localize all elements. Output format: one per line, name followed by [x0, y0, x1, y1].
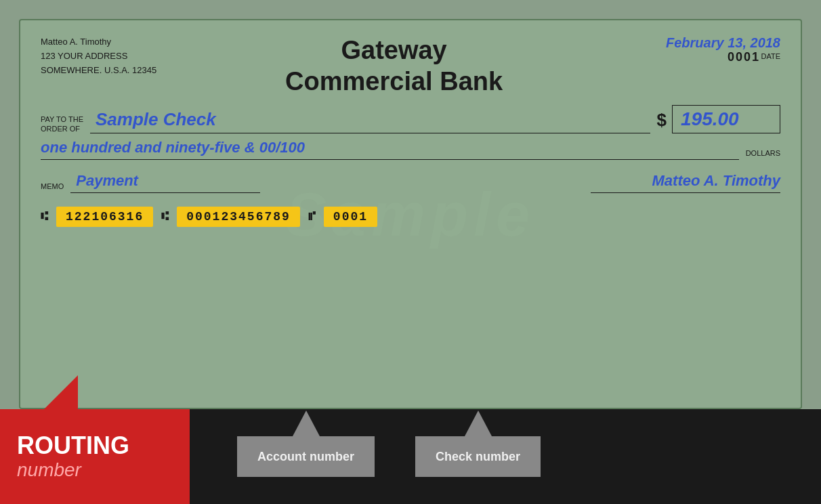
micr-open-transit: ⑆ — [41, 210, 48, 224]
dollars-label: DOLLARS — [739, 149, 780, 160]
payer-address2: SOMEWHERE. U.S.A. 12345 — [41, 64, 156, 78]
payer-info: Matteo A. Timothy 123 YOUR ADDRESS SOMEW… — [41, 35, 156, 77]
memo-section: MEMO Payment — [41, 172, 591, 193]
account-number-label-text: Account number — [257, 450, 354, 464]
pay-to-name: Sample Check — [96, 109, 216, 129]
written-amount-text: one hundred and ninety-five & 00/100 — [41, 139, 305, 156]
memo-label: MEMO — [41, 182, 64, 193]
memo-line: Payment — [70, 172, 260, 193]
pay-to-line: Sample Check — [90, 109, 650, 133]
check-number-top: 0001 — [728, 50, 760, 64]
amount-box-section: $ 195.00 — [657, 105, 780, 133]
micr-line: ⑆ 122106316 ⑆ 000123456789 ⑈ 0001 — [41, 207, 780, 227]
dollar-sign: $ — [657, 110, 667, 133]
check: 0001 Matteo A. Timothy 123 YOUR ADDRESS … — [19, 19, 802, 409]
amount-box: 195.00 — [672, 105, 780, 133]
written-amount-section: one hundred and ninety-five & 00/100 DOL… — [41, 139, 780, 160]
signature-value: Matteo A. Timothy — [652, 172, 780, 189]
signature-section: Matteo A. Timothy — [591, 172, 780, 193]
amount-value: 195.00 — [681, 108, 739, 129]
memo-value: Payment — [76, 172, 138, 189]
micr-routing: 122106316 — [56, 207, 153, 227]
account-number-label: Account number — [237, 436, 375, 477]
bank-name: Gateway Commercial Bank — [170, 35, 618, 97]
routing-label: ROUTING number — [0, 409, 190, 504]
check-number-label-text: Check number — [436, 450, 520, 464]
memo-signature-section: MEMO Payment Matteo A. Timothy — [41, 172, 780, 193]
pay-to-section: PAY TO THE ORDER OF Sample Check $ 195.0… — [41, 105, 780, 133]
payer-address1: 123 YOUR ADDRESS — [41, 49, 156, 64]
routing-subtitle: number — [17, 459, 81, 481]
micr-onus: ⑈ — [308, 210, 316, 224]
check-header: Matteo A. Timothy 123 YOUR ADDRESS SOMEW… — [41, 35, 780, 97]
date-value: February 13, 2018 — [631, 35, 780, 51]
check-number-label: Check number — [415, 436, 541, 477]
payer-name: Matteo A. Timothy — [41, 35, 156, 49]
micr-close-transit: ⑆ — [161, 210, 169, 224]
bottom-area: ROUTING number Account number Check numb… — [0, 409, 821, 504]
routing-title: ROUTING — [17, 432, 129, 459]
micr-check-number: 0001 — [324, 207, 377, 227]
written-amount-line: one hundred and ninety-five & 00/100 — [41, 139, 739, 160]
background: 0001 Matteo A. Timothy 123 YOUR ADDRESS … — [0, 0, 821, 504]
micr-account: 000123456789 — [177, 207, 300, 227]
bank-name-text: Gateway Commercial Bank — [170, 35, 618, 97]
pay-to-label: PAY TO THE ORDER OF — [41, 114, 83, 134]
